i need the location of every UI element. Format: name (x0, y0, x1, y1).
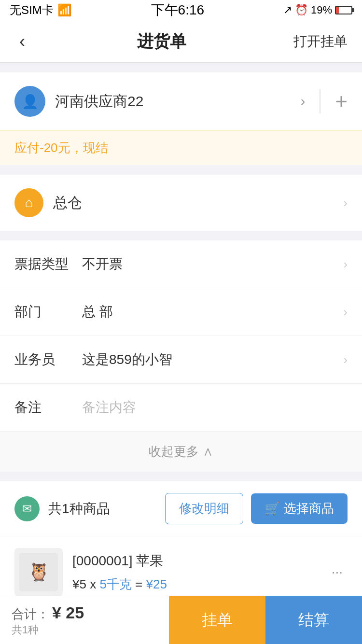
select-product-icon: 🛒 (265, 501, 280, 516)
invoice-type-value: 不开票 (82, 255, 343, 273)
warehouse-symbol: ⌂ (25, 195, 33, 210)
status-left: 无SIM卡 📶 (10, 2, 72, 18)
product-price: ¥5 x 5千克 = ¥25 (72, 576, 327, 593)
invoice-type-row[interactable]: 票据类型 不开票 › (0, 240, 362, 288)
supplier-section: 👤 河南供应商22 › + 应付-20元，现结 (0, 72, 362, 165)
cart-symbol: ✉ (22, 502, 32, 516)
remark-input[interactable]: 备注内容 (82, 398, 348, 417)
form-section: 票据类型 不开票 › 部门 总 部 › 业务员 这是859的小智 › 备注 备注… (0, 240, 362, 472)
salesperson-arrow: › (343, 352, 348, 367)
product-thumb-inner: 🦉 (19, 553, 58, 591)
product-title: 苹果 (136, 553, 163, 568)
department-row[interactable]: 部门 总 部 › (0, 288, 362, 336)
warehouse-name: 总仓 (53, 193, 343, 213)
total-section: 合计： ¥ 25 共1种 (0, 596, 169, 644)
warehouse-section: ⌂ 总仓 › (0, 175, 362, 231)
supplier-row: 👤 河南供应商22 › + (0, 72, 362, 130)
department-arrow: › (343, 305, 348, 320)
alarm-icon: ⏰ (295, 4, 308, 16)
page-title: 进货单 (137, 30, 186, 53)
invoice-type-label: 票据类型 (14, 255, 72, 273)
salesperson-label: 业务员 (14, 350, 72, 369)
nav-bar: ‹ 进货单 打开挂单 (0, 20, 362, 63)
products-section: ✉ 共1种商品 修改明细 🛒 选择商品 🦉 [0000001] 苹果 ¥5 x … (0, 481, 362, 608)
product-count-icon: ✉ (14, 496, 40, 521)
product-owl-icon: 🦉 (28, 562, 50, 582)
department-label: 部门 (14, 303, 72, 321)
remark-row[interactable]: 备注 备注内容 (0, 383, 362, 431)
salesperson-value: 这是859的小智 (82, 350, 343, 369)
bottom-bar: 合计： ¥ 25 共1种 挂单 结算 (0, 596, 362, 644)
status-time: 下午6:16 (151, 1, 205, 19)
product-header: ✉ 共1种商品 修改明细 🛒 选择商品 (0, 481, 362, 536)
unit-price: ¥5 x (72, 577, 99, 591)
section-gap-1 (0, 63, 362, 72)
section-gap-4 (0, 472, 362, 481)
product-thumbnail: 🦉 (14, 548, 63, 596)
battery-icon (335, 6, 352, 14)
supplier-divider (320, 89, 320, 113)
supplier-avatar: 👤 (14, 86, 45, 117)
subtotal: ¥25 (146, 577, 167, 591)
status-bar: 无SIM卡 📶 下午6:16 ↗ ⏰ 19% (0, 0, 362, 20)
supplier-avatar-icon: 👤 (22, 94, 39, 110)
section-gap-2 (0, 165, 362, 175)
supplier-info-banner: 应付-20元，现结 (0, 130, 362, 165)
select-product-button[interactable]: 🛒 选择商品 (251, 493, 348, 524)
invoice-type-arrow: › (343, 257, 348, 272)
battery-text: 19% (311, 4, 332, 16)
total-label: 合计： (12, 606, 49, 623)
warehouse-icon: ⌂ (14, 188, 43, 217)
salesperson-row[interactable]: 业务员 这是859的小智 › (0, 336, 362, 383)
total-amount: ¥ 25 (52, 603, 84, 622)
modify-detail-button[interactable]: 修改明细 (165, 493, 243, 524)
remark-label: 备注 (14, 398, 72, 417)
supplier-add-button[interactable]: + (335, 89, 348, 113)
price-eq: = (135, 577, 146, 591)
department-value: 总 部 (82, 303, 343, 321)
product-count-label: 共1种商品 (48, 500, 165, 518)
hang-button[interactable]: 挂单 (169, 596, 265, 644)
total-row: 合计： ¥ 25 (12, 603, 157, 623)
product-more-button[interactable]: ··· (327, 560, 348, 585)
warehouse-row[interactable]: ⌂ 总仓 › (0, 175, 362, 231)
status-right: ↗ ⏰ 19% (283, 4, 352, 16)
open-pending-button[interactable]: 打开挂单 (293, 32, 348, 51)
wifi-icon: 📶 (57, 3, 72, 17)
product-info: [0000001] 苹果 ¥5 x 5千克 = ¥25 (72, 552, 327, 593)
supplier-arrow-icon: › (301, 94, 305, 109)
battery-fill (336, 7, 339, 14)
supplier-name[interactable]: 河南供应商22 (55, 92, 301, 112)
select-product-label: 选择商品 (284, 500, 334, 517)
section-gap-3 (0, 231, 362, 240)
quantity: 5千克 (99, 577, 131, 591)
total-count: 共1种 (12, 623, 157, 637)
product-name: [0000001] 苹果 (72, 552, 327, 570)
settle-button[interactable]: 结算 (265, 596, 362, 644)
back-button[interactable]: ‹ (14, 27, 30, 56)
collapse-button[interactable]: 收起更多 ∧ (0, 431, 362, 472)
warehouse-arrow-icon: › (343, 196, 348, 210)
location-icon: ↗ (283, 4, 292, 16)
product-code: [0000001] (72, 553, 136, 568)
carrier-text: 无SIM卡 (10, 2, 54, 18)
